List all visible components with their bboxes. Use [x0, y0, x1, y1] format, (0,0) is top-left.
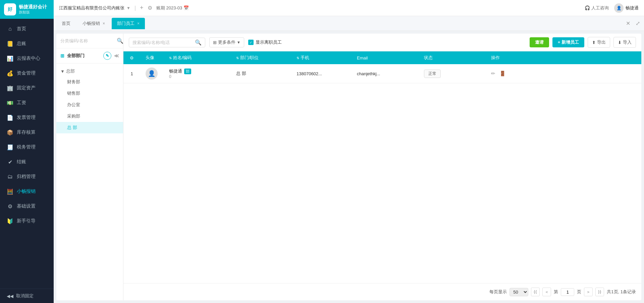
payroll-icon: 💵 — [7, 99, 13, 106]
row-index: 1 — [123, 64, 140, 83]
add-company-btn[interactable]: + — [140, 4, 144, 11]
sidebar-item-reports[interactable]: 📊 云报表中心 — [0, 51, 54, 66]
employee-name-wrapper: 畅捷通 部 — [169, 68, 225, 74]
sidebar-item-guide[interactable]: 🔰 新手引导 — [0, 214, 54, 228]
tab-expense[interactable]: 小畅报销 × — [77, 18, 110, 29]
sidebar-item-settlement[interactable]: ✔ 结账 — [0, 155, 54, 169]
tab-employees-close[interactable]: × — [137, 21, 140, 26]
sidebar-item-label: 云报表中心 — [17, 55, 40, 61]
next-page-btn[interactable]: ＞ — [584, 288, 593, 296]
sidebar-item-label: 结账 — [17, 159, 26, 165]
company-selector[interactable]: 江西服宝精品有限责任公司内账张 ▼ — [59, 5, 130, 11]
logo-icon: 好 — [4, 3, 16, 15]
page-number-input[interactable] — [561, 288, 574, 296]
dept-item-sales[interactable]: 销售部 — [56, 88, 123, 99]
ledger-icon: 📒 — [7, 40, 13, 47]
dept-search-input[interactable] — [60, 38, 117, 43]
sidebar-item-invoice[interactable]: 📄 发票管理 — [0, 110, 54, 125]
user-name: 畅捷通 — [626, 5, 639, 11]
sidebar-item-archive[interactable]: 🗂 归档管理 — [0, 169, 54, 184]
col-phone-label: 手机 — [301, 55, 309, 60]
import-button[interactable]: ⬇ 导入 — [613, 37, 636, 48]
last-page-btn[interactable]: ⟩⟩ — [595, 288, 604, 296]
sidebar-item-funds[interactable]: 💰 资金管理 — [0, 66, 54, 81]
dept-item-purchase[interactable]: 采购部 — [56, 111, 123, 122]
invite-button[interactable]: 邀请 — [530, 37, 549, 47]
settings-btn[interactable]: ⚙ — [148, 5, 152, 11]
sidebar-item-assets[interactable]: 🏢 固定资产 — [0, 81, 54, 95]
dept-search-icon[interactable]: 🔍 — [117, 38, 123, 44]
logout-employee-btn[interactable]: 🚪 — [499, 71, 506, 77]
row-email: chanjethkj... — [352, 64, 419, 83]
close-all-tabs-btn[interactable]: ✕ — [625, 19, 632, 28]
tab-expense-close[interactable]: × — [103, 21, 105, 26]
employee-panel: 🔍 ⊞ 更多条件 ▼ ✓ 显示离职员工 邀请 + 新增员工 ⬆ 导出 — [123, 34, 641, 300]
col-name[interactable]: ⇅ 姓名/编码 — [164, 51, 231, 64]
col-phone[interactable]: ⇅ 手机 — [291, 51, 352, 64]
row-actions: ✏ 🚪 — [486, 64, 641, 83]
show-resigned-checkbox[interactable]: ✓ 显示离职员工 — [248, 39, 282, 45]
sidebar-item-inventory[interactable]: 📦 库存核算 — [0, 125, 54, 140]
row-status: 正常 — [419, 64, 486, 83]
all-dept-header[interactable]: ⊞ 全部部门 ✎ ≪ — [56, 48, 123, 63]
edit-employee-btn[interactable]: ✏ — [491, 71, 495, 77]
export-icon: ⬆ — [592, 40, 596, 45]
dept-collapse-btn[interactable]: ≪ — [114, 53, 119, 58]
sidebar-item-label: 归档管理 — [17, 174, 36, 180]
sidebar-item-ledger[interactable]: 📒 总账 — [0, 36, 54, 51]
employee-search-box: 🔍 — [129, 38, 205, 47]
prev-page-btn[interactable]: ＜ — [542, 288, 551, 296]
dept-item-finance[interactable]: 财务部 — [56, 76, 123, 88]
expand-tabs-btn[interactable]: ⤢ — [634, 19, 641, 28]
sidebar-item-label: 小畅报销 — [17, 188, 36, 194]
col-status-label: 状态 — [424, 55, 433, 60]
filter-btn[interactable]: ⊞ 更多条件 ▼ — [209, 37, 244, 47]
col-dept[interactable]: ⇅ 部门/职位 — [231, 51, 291, 64]
sidebar-item-settings[interactable]: ⚙ 基础设置 — [0, 199, 54, 214]
row-phone: 138070602... — [291, 64, 352, 83]
employee-search-input[interactable] — [132, 40, 193, 45]
user-menu[interactable]: 👤 畅捷通 — [614, 3, 639, 13]
dept-item-general[interactable]: 总 部 — [56, 122, 123, 133]
sidebar-item-label: 资金管理 — [17, 70, 36, 76]
sidebar-item-tax[interactable]: 🧾 税务管理 — [0, 140, 54, 155]
page-size-select[interactable]: 50 10 20 100 — [509, 288, 528, 296]
tab-home[interactable]: 首页 — [56, 18, 76, 29]
support-btn[interactable]: 🎧 人工咨询 — [585, 5, 609, 11]
employee-avatar: 👤 — [146, 68, 158, 80]
export-button[interactable]: ⬆ 导出 — [588, 37, 610, 48]
action-icons: ✏ 🚪 — [491, 71, 636, 77]
dept-item-office[interactable]: 办公室 — [56, 99, 123, 111]
app-logo: 好 畅捷通好会计 旗舰版 — [0, 0, 54, 19]
tab-employees[interactable]: 部门员工 × — [112, 18, 145, 29]
page-container: 🔍 ⊞ 全部部门 ✎ ≪ ▼ 总部 财务部 销售部 — [56, 34, 641, 300]
funds-icon: 💰 — [7, 70, 13, 77]
employee-search-icon[interactable]: 🔍 — [195, 39, 202, 46]
tabs-actions: ✕ ⤢ — [625, 19, 641, 28]
period-selector[interactable]: 账期 2023-03 📅 — [156, 5, 189, 11]
employee-name-text: 畅捷通 — [169, 68, 182, 74]
sidebar-item-home[interactable]: ⌂ 首页 — [0, 21, 54, 36]
dept-tree: ▼ 总部 财务部 销售部 办公室 采购部 总 部 — [56, 63, 123, 300]
inventory-icon: 📦 — [7, 129, 13, 136]
sidebar-item-label: 税务管理 — [17, 144, 36, 150]
tabs-bar: 首页 小畅报销 × 部门员工 × ✕ ⤢ — [54, 16, 644, 31]
cancel-pin-button[interactable]: ◀◀ 取消固定 — [0, 289, 54, 303]
col-avatar: 头像 — [140, 51, 164, 64]
pagination: 每页显示 50 10 20 100 ⟨⟨ ＜ 第 页 ＞ ⟩⟩ 共1页, 1条记… — [123, 283, 641, 300]
archive-icon: 🗂 — [7, 173, 13, 180]
sidebar-item-label: 发票管理 — [17, 115, 36, 121]
sidebar-item-expense[interactable]: 🧮 小畅报销 — [0, 184, 54, 199]
sidebar-item-payroll[interactable]: 💵 工资 — [0, 95, 54, 110]
dept-edit-btn[interactable]: ✎ — [103, 52, 111, 60]
company-name: 江西服宝精品有限责任公司内账张 — [59, 5, 124, 11]
guide-icon: 🔰 — [7, 218, 13, 224]
col-settings[interactable]: ⚙ — [123, 51, 140, 64]
sidebar-item-label: 基础设置 — [17, 203, 36, 209]
page-size-label: 每页显示 — [489, 289, 507, 295]
user-avatar: 👤 — [614, 3, 624, 13]
add-employee-button[interactable]: + 新增员工 — [552, 37, 584, 47]
period-label: 账期 — [156, 5, 165, 11]
first-page-btn[interactable]: ⟨⟨ — [531, 288, 540, 296]
export-label: 导出 — [597, 39, 606, 45]
